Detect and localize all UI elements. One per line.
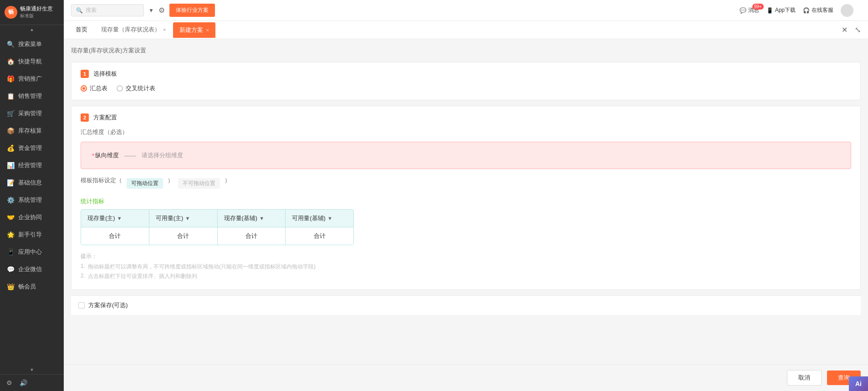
col-header-0[interactable]: 现存量(主) ▼ <box>81 210 149 227</box>
cell-0-0: 合计 <box>81 227 149 245</box>
chevron-3[interactable]: ▼ <box>327 216 332 221</box>
save-option: 方案保存(可选) <box>71 295 861 315</box>
content-area: 现存量(库存状况表)方案设置 1 选择模板 汇总表 交叉统计表 2 <box>64 39 868 364</box>
sidebar-item-corp-wechat[interactable]: 💬 企业微信 <box>0 261 64 278</box>
dimension-label: 纵向维度 <box>95 151 119 159</box>
tab-home[interactable]: 首页 <box>69 22 94 38</box>
tabs-actions: ✕ ⤡ <box>840 24 863 36</box>
sidebar-item-label: 库存核算 <box>18 127 42 135</box>
settings-icon[interactable]: ⚙ <box>6 379 12 386</box>
message-btn[interactable]: 💬 消息 99+ <box>740 6 759 14</box>
service-label: 在线客服 <box>812 6 833 14</box>
basic-info-icon: 📝 <box>6 179 15 187</box>
dimension-section-label: 汇总维度（必选） <box>81 128 851 136</box>
col-label-2: 现存量(基辅) <box>224 214 258 222</box>
col-header-3[interactable]: 可用量(基辅) ▼ <box>286 210 353 227</box>
draggable-tag: 可拖动位置 <box>127 178 163 189</box>
radio-summary-label: 汇总表 <box>90 84 107 93</box>
gear-icon[interactable]: ⚙ <box>158 6 165 15</box>
app-download-btn[interactable]: 📱 App下载 <box>766 6 796 14</box>
dimension-dash: —— <box>124 152 136 159</box>
sidebar-item-label: 资金管理 <box>18 144 42 152</box>
radio-cross-label: 交叉统计表 <box>126 84 155 93</box>
sidebar-item-corp-coop[interactable]: 🤝 企业协同 <box>0 209 64 226</box>
search-box[interactable]: 🔍 搜索 <box>71 4 144 16</box>
col-header-1[interactable]: 可用量(主) ▼ <box>149 210 218 227</box>
tab-new-scheme-close[interactable]: × <box>206 27 209 33</box>
sidebar-item-quick-nav[interactable]: 🏠 快捷导航 <box>0 53 64 70</box>
sidebar-item-operation[interactable]: 📊 经营管理 <box>0 157 64 174</box>
cancel-button[interactable]: 取消 <box>787 370 822 386</box>
stats-table: 现存量(主) ▼ 可用量(主) ▼ 现存量(基辅) ▼ 可用量(基辅) ▼ <box>81 209 354 245</box>
scroll-down-btn[interactable]: ▼ <box>0 365 64 374</box>
sidebar-item-label: 采购管理 <box>18 109 42 118</box>
tab-home-label: 首页 <box>76 26 87 34</box>
step1-num: 1 <box>81 70 89 78</box>
col-header-2[interactable]: 现存量(基辅) ▼ <box>218 210 286 227</box>
scroll-up-btn[interactable]: ▲ <box>0 25 64 34</box>
sidebar-item-label: 系统管理 <box>18 196 42 204</box>
sidebar-item-sys-mgmt[interactable]: ⚙️ 系统管理 <box>0 191 64 209</box>
ai-badge[interactable]: Ai <box>849 376 868 391</box>
dropdown-icon[interactable]: ▼ <box>148 7 154 14</box>
indicators-close: ） <box>225 176 230 185</box>
sidebar-item-label: 新手引导 <box>18 231 42 239</box>
sidebar-item-app-center[interactable]: 📱 应用中心 <box>0 243 64 261</box>
sidebar-item-marketing[interactable]: 🎁 营销推广 <box>0 70 64 87</box>
logo-sub: 标准版 <box>20 13 53 19</box>
cell-0-3: 合计 <box>286 227 353 245</box>
radio-summary-dot <box>81 85 87 92</box>
tab-inventory-label: 现存量（库存状况表） <box>101 26 160 34</box>
sidebar-nav: 🔍 搜索菜单 🏠 快捷导航 🎁 营销推广 📋 销售管理 🛒 采购管理 📦 库存核… <box>0 34 64 365</box>
radio-summary[interactable]: 汇总表 <box>81 84 107 93</box>
sidebar-item-search-menu[interactable]: 🔍 搜索菜单 <box>0 36 64 53</box>
cell-0-1: 合计 <box>149 227 218 245</box>
col-label-1: 可用量(主) <box>156 214 184 222</box>
tips-section: 提示： 拖动标题栏可以调整布局，不可跨维度或指标区域拖动(只能在同一维度或指标区… <box>81 252 851 280</box>
indicators-sep: ） <box>168 176 174 185</box>
sidebar-item-vip[interactable]: 👑 畅会员 <box>0 278 64 295</box>
sidebar-item-finance[interactable]: 💰 资金管理 <box>0 139 64 157</box>
sidebar-item-basic-info[interactable]: 📝 基础信息 <box>0 174 64 191</box>
trial-btn[interactable]: 体验行业方案 <box>169 4 215 17</box>
app-label: App下载 <box>775 6 796 14</box>
chevron-2[interactable]: ▼ <box>259 216 264 221</box>
tab-new-scheme[interactable]: 新建方案 × <box>173 22 215 38</box>
tab-expand-btn[interactable]: ⤡ <box>853 24 863 36</box>
tab-inventory-status[interactable]: 现存量（库存状况表） × <box>95 22 172 38</box>
col-label-3: 可用量(基辅) <box>292 214 326 222</box>
step1-title: 选择模板 <box>93 70 117 78</box>
avatar[interactable] <box>841 4 853 17</box>
app-center-icon: 📱 <box>6 248 15 256</box>
radio-cross[interactable]: 交叉统计表 <box>117 84 155 93</box>
sidebar-item-label: 企业微信 <box>18 265 42 273</box>
sidebar-item-sales[interactable]: 📋 销售管理 <box>0 87 64 105</box>
sidebar-item-inventory[interactable]: 📦 库存核算 <box>0 122 64 139</box>
stats-table-header: 现存量(主) ▼ 可用量(主) ▼ 现存量(基辅) ▼ 可用量(基辅) ▼ <box>81 210 353 227</box>
required-star: * <box>92 152 94 159</box>
sidebar-item-label: 快捷导航 <box>18 57 42 66</box>
service-btn[interactable]: 🎧 在线客服 <box>803 6 833 14</box>
step2-header: 2 方案配置 <box>81 113 851 122</box>
sidebar-item-purchase[interactable]: 🛒 采购管理 <box>0 105 64 122</box>
chevron-0[interactable]: ▼ <box>117 216 122 221</box>
page-title: 现存量(库存状况表)方案设置 <box>71 46 861 55</box>
tab-collapse-btn[interactable]: ✕ <box>840 24 849 36</box>
tabs-bar: 首页 现存量（库存状况表） × 新建方案 × ✕ ⤡ <box>64 21 868 39</box>
search-icon: 🔍 <box>76 7 83 14</box>
operation-icon: 📊 <box>6 161 15 170</box>
template-radio-group: 汇总表 交叉统计表 <box>81 84 851 93</box>
sidebar-item-new-guide[interactable]: 🌟 新手引导 <box>0 226 64 243</box>
inventory-icon: 📦 <box>6 127 15 135</box>
dimension-selector[interactable]: * 纵向维度 —— 请选择分组维度 <box>81 142 851 169</box>
sidebar: 畅 畅康通好生意 标准版 ▲ 🔍 搜索菜单 🏠 快捷导航 🎁 营销推广 📋 销售… <box>0 0 64 391</box>
sidebar-item-label: 企业协同 <box>18 213 42 221</box>
logo-icon: 畅 <box>5 6 17 19</box>
chevron-1[interactable]: ▼ <box>185 216 190 221</box>
save-checkbox[interactable] <box>78 302 85 309</box>
sidebar-item-label: 畅会员 <box>18 283 36 291</box>
sidebar-item-label: 应用中心 <box>18 248 42 256</box>
tab-inventory-close[interactable]: × <box>163 27 166 32</box>
stats-table-row-0: 合计 合计 合计 合计 <box>81 227 353 245</box>
volume-icon[interactable]: 🔊 <box>20 379 27 386</box>
